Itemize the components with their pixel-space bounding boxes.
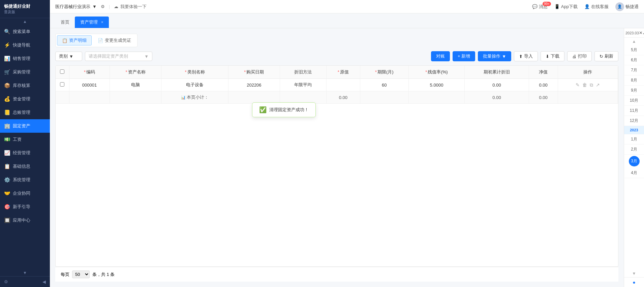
messages-button[interactable]: 💬 消息 99+: [532, 4, 548, 10]
subtotal-label: 本页小计：: [187, 95, 209, 100]
base-info-icon: 📋: [4, 163, 10, 169]
refresh-button[interactable]: ↻ 刷新: [594, 51, 618, 61]
sidebar-item-label: 固定资产: [13, 123, 30, 129]
service-icon: 👤: [584, 4, 590, 9]
cal-month-10[interactable]: 10月: [624, 96, 644, 106]
cal-month-4[interactable]: 4月: [624, 168, 644, 178]
row-name: 电脑: [110, 79, 161, 91]
sidebar-settings-icon[interactable]: ⚙: [4, 279, 8, 284]
select-all-checkbox[interactable]: [60, 69, 64, 74]
sidebar-item-search[interactable]: 🔍 搜索菜单: [0, 25, 50, 38]
sidebar-item-ledger[interactable]: 📒 总账管理: [0, 106, 50, 119]
calendar-close-icon[interactable]: ✕: [639, 30, 643, 35]
delete-icon[interactable]: 🗑: [582, 82, 587, 88]
tab-asset-mgmt[interactable]: 资产管理 ×: [75, 17, 109, 28]
th-residual-rate: *残值率(%): [408, 66, 465, 79]
sidebar-scroll-down[interactable]: ▼: [0, 269, 50, 276]
cal-month-11[interactable]: 11月: [624, 106, 644, 116]
topbar-right: 💬 消息 99+ 📱 App下载 👤 在线客服 👤 畅捷通: [532, 2, 639, 11]
edit-icon[interactable]: ✎: [576, 82, 580, 88]
cal-month-3-active[interactable]: 3月: [629, 156, 640, 167]
calendar-bottom-icon[interactable]: ●: [633, 280, 635, 285]
cal-month-12[interactable]: 12月: [624, 116, 644, 126]
cal-month-8[interactable]: 8月: [624, 75, 644, 86]
sidebar-item-salary[interactable]: 💵 工资: [0, 133, 50, 146]
sub-tab-change-voucher[interactable]: 📄 变更生成凭证: [93, 35, 136, 45]
cal-month-2[interactable]: 2月: [624, 145, 644, 155]
sidebar-item-system[interactable]: ⚙️ 系统管理: [0, 173, 50, 187]
cal-month-6[interactable]: 6月: [624, 55, 644, 65]
print-button[interactable]: 🖨 打印: [567, 51, 592, 61]
cal-month-7[interactable]: 7月: [624, 65, 644, 75]
import-button[interactable]: ⬆ 导入: [514, 51, 538, 61]
change-voucher-icon: 📄: [98, 38, 103, 43]
sidebar-collapse-icon[interactable]: ◀: [42, 279, 46, 284]
copy-icon[interactable]: ⧉: [590, 82, 593, 88]
sidebar-logo: 畅捷通好业财 普及版: [0, 0, 50, 18]
app-download-button[interactable]: 📱 App下载: [554, 4, 578, 10]
calendar-scroll-up-btn[interactable]: ▲: [624, 38, 644, 45]
experience-icon: ☁: [114, 4, 118, 9]
sidebar-item-label: 基础信息: [13, 163, 30, 169]
tab-home[interactable]: 首页: [55, 17, 75, 28]
sidebar-item-purchase[interactable]: 🛒 采购管理: [0, 65, 50, 79]
batch-ops-button[interactable]: 批量操作 ▼: [478, 51, 511, 61]
cal-month-1[interactable]: 1月: [624, 134, 644, 145]
company-dropdown-icon: ▼: [92, 4, 97, 9]
sidebar-item-sales[interactable]: 📊 销售管理: [0, 52, 50, 65]
calendar-expand-icon[interactable]: ⤢: [643, 30, 644, 35]
pagination-bar: 每页 50 10 20 100 条，共 1 条: [55, 267, 618, 282]
sub-tab-change-voucher-label: 变更生成凭证: [105, 37, 131, 43]
sidebar-item-cooperation[interactable]: 🤝 企业协同: [0, 187, 50, 200]
quick-nav-icon: ⚡: [4, 42, 10, 48]
row-period: 60: [360, 79, 408, 91]
search-icon: 🔍: [4, 29, 10, 35]
row-checkbox[interactable]: [60, 82, 64, 87]
company-selector[interactable]: 医疗器械行业演示 ▼: [55, 4, 97, 10]
category-dropdown-icon: ▼: [69, 54, 73, 59]
calendar-scroll-down-btn[interactable]: ▼: [624, 270, 644, 277]
sidebar-item-label: 总账管理: [13, 109, 30, 116]
sub-tab-asset-detail[interactable]: 📋 资产明细: [57, 35, 92, 45]
th-action: 操作: [558, 66, 618, 79]
sidebar-item-fund[interactable]: 💰 资金管理: [0, 92, 50, 106]
new-button[interactable]: + 新增: [453, 51, 475, 61]
category-filter[interactable]: 类别 ▼: [55, 52, 82, 61]
sidebar-item-inventory[interactable]: 📦 库存核算: [0, 79, 50, 92]
sidebar-item-fixed-assets[interactable]: 🏢 固定资产: [0, 119, 50, 133]
online-service-button[interactable]: 👤 在线客服: [584, 4, 609, 10]
experience-button[interactable]: ☁ 我要体验一下: [114, 4, 147, 10]
calendar-header: 2023.03 ✕ ⤢: [624, 28, 644, 38]
sidebar-item-operations[interactable]: 📈 经营管理: [0, 146, 50, 160]
calendar-year-label: 2023.03: [625, 31, 639, 35]
tab-close-icon[interactable]: ×: [101, 20, 103, 25]
sidebar-item-label: 销售管理: [13, 56, 30, 62]
reconcile-label: 对账: [436, 53, 445, 59]
sidebar-item-label: 新手引导: [13, 204, 30, 210]
sidebar-item-guide[interactable]: 🎯 新手引导: [0, 200, 50, 214]
per-page-label: 每页: [61, 272, 69, 278]
download-button[interactable]: ⬇ 下载: [541, 51, 564, 61]
sidebar-item-quick-nav[interactable]: ⚡ 快捷导航: [0, 38, 50, 52]
row-depreciation-method: 年限平均: [280, 79, 326, 91]
sidebar-item-app-center[interactable]: 🔲 应用中心: [0, 214, 50, 227]
cal-month-9[interactable]: 9月: [624, 86, 644, 96]
category-placeholder: 请选择固定资产类别: [89, 53, 128, 59]
more-icon[interactable]: ↗: [596, 82, 600, 88]
subtotal-empty-7: [408, 91, 465, 104]
user-menu[interactable]: 👤 畅捷通: [615, 2, 639, 11]
per-page-select[interactable]: 50 10 20 100: [72, 270, 90, 278]
reconcile-button[interactable]: 对账: [431, 51, 450, 61]
cal-year-2023[interactable]: 2023: [624, 126, 644, 134]
th-checkbox: [56, 66, 69, 79]
row-purchase-date: 202206: [228, 79, 280, 91]
category-value-selector[interactable]: 请选择固定资产类别 ▼: [85, 52, 152, 61]
cal-month-5[interactable]: 5月: [624, 45, 644, 55]
sidebar-item-base-info[interactable]: 📋 基础信息: [0, 160, 50, 173]
sidebar-scroll-up[interactable]: ▲: [0, 18, 50, 25]
th-depreciation-method: 折旧方法: [280, 66, 326, 79]
th-initial-accumulated: 期初累计折旧: [465, 66, 529, 79]
settings-gear-icon[interactable]: ⚙: [101, 4, 105, 9]
download-label: 下载: [551, 53, 559, 59]
guide-icon: 🎯: [4, 204, 10, 210]
